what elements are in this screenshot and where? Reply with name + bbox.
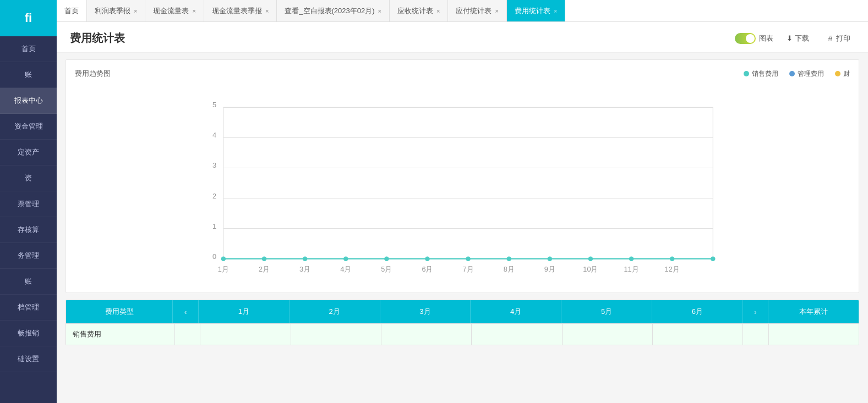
th-type: 费用类型 bbox=[66, 300, 173, 323]
tab-profit[interactable]: 利润表季报 × bbox=[87, 0, 145, 21]
close-tab-cashflow[interactable]: × bbox=[192, 8, 195, 14]
close-tab-cashflow-quarterly[interactable]: × bbox=[265, 8, 269, 14]
content-area: 费用统计表 图表 ⬇ 下载 🖨 打印 费用趋势图 bbox=[57, 22, 868, 403]
close-tab-payable-stat[interactable]: × bbox=[495, 8, 498, 14]
svg-point-14 bbox=[262, 256, 266, 261]
svg-text:6月: 6月 bbox=[422, 266, 433, 273]
expense-table: 费用类型 ‹ 1月 2月 3月 4月 5月 6月 › 本年累计 销售费用 bbox=[65, 300, 859, 345]
tab-expense[interactable]: 费用统计表 × bbox=[507, 0, 565, 21]
svg-text:9月: 9月 bbox=[544, 266, 555, 273]
td-ytd bbox=[769, 324, 859, 345]
legend-dot-sales bbox=[744, 71, 749, 76]
legend-label-admin: 管理费用 bbox=[798, 69, 824, 79]
tab-cashflow[interactable]: 现金流量表 × bbox=[145, 0, 204, 21]
svg-text:12月: 12月 bbox=[665, 266, 680, 273]
td-m3 bbox=[381, 324, 472, 345]
close-tab-expense[interactable]: × bbox=[554, 8, 557, 14]
page-header: 费用统计表 图表 ⬇ 下载 🖨 打印 bbox=[57, 22, 868, 53]
main-area: 首页 利润表季报 × 现金流量表 × 现金流量表季报 × 查看_空白报表(202… bbox=[57, 0, 868, 403]
sidebar-item-sales[interactable]: 畅报销 bbox=[0, 321, 57, 346]
tab-bar: 首页 利润表季报 × 现金流量表 × 现金流量表季报 × 查看_空白报表(202… bbox=[57, 0, 868, 22]
th-nav-next[interactable]: › bbox=[743, 300, 769, 323]
svg-text:10月: 10月 bbox=[583, 266, 598, 273]
svg-text:8月: 8月 bbox=[504, 266, 515, 273]
td-next-space bbox=[743, 324, 768, 345]
sidebar-item-payable[interactable]: 账 bbox=[0, 269, 57, 295]
sidebar-logo: fi bbox=[0, 0, 57, 36]
tab-receivable[interactable]: 应收统计表 × bbox=[390, 0, 448, 21]
th-m4: 4月 bbox=[471, 300, 561, 323]
legend-label-finance: 财 bbox=[843, 69, 850, 79]
legend-label-sales: 销售费用 bbox=[752, 69, 778, 79]
svg-text:2: 2 bbox=[212, 192, 216, 200]
svg-point-24 bbox=[670, 256, 674, 261]
svg-point-25 bbox=[711, 256, 715, 261]
legend-dot-admin bbox=[789, 71, 795, 76]
header-actions: 图表 ⬇ 下载 🖨 打印 bbox=[735, 31, 855, 46]
svg-point-20 bbox=[506, 256, 511, 261]
chart-title: 费用趋势图 bbox=[75, 69, 111, 79]
download-icon: ⬇ bbox=[787, 34, 793, 42]
sidebar-item-inventory[interactable]: 存核算 bbox=[0, 217, 57, 243]
close-tab-blank-report[interactable]: × bbox=[378, 8, 381, 14]
tab-payable-stat[interactable]: 应付统计表 × bbox=[448, 0, 506, 21]
sidebar-item-service[interactable]: 务管理 bbox=[0, 243, 57, 269]
legend-sales: 销售费用 bbox=[744, 69, 778, 79]
chart-toggle-label: 图表 bbox=[759, 34, 773, 43]
svg-point-22 bbox=[588, 256, 593, 261]
svg-text:1月: 1月 bbox=[218, 266, 229, 273]
chart-legend: 销售费用 管理费用 财 bbox=[744, 69, 850, 79]
sidebar-item-invoice[interactable]: 票管理 bbox=[0, 191, 57, 217]
sidebar-item-reports[interactable]: 报表中心 bbox=[0, 88, 57, 114]
sidebar: fi 首页 账 报表中心 资金管理 定资产 资 票管理 存核算 务管理 账 档管… bbox=[0, 0, 57, 403]
sidebar-item-settings[interactable]: 础设置 bbox=[0, 346, 57, 372]
sidebar-item-ledger[interactable]: 账 bbox=[0, 62, 57, 88]
tab-blank-report[interactable]: 查看_空白报表(2023年02月) × bbox=[277, 0, 390, 21]
svg-text:4: 4 bbox=[212, 131, 216, 139]
sidebar-item-home[interactable]: 首页 bbox=[0, 36, 57, 62]
tab-cashflow-quarterly[interactable]: 现金流量表季报 × bbox=[204, 0, 277, 21]
legend-dot-finance bbox=[835, 71, 840, 76]
svg-point-21 bbox=[548, 256, 552, 261]
svg-point-23 bbox=[629, 256, 634, 261]
svg-text:2月: 2月 bbox=[259, 266, 270, 273]
th-m3: 3月 bbox=[380, 300, 471, 323]
th-m1: 1月 bbox=[199, 300, 290, 323]
chart-container: 0 1 2 3 4 5 bbox=[75, 84, 850, 284]
sidebar-item-capital[interactable]: 资 bbox=[0, 165, 57, 191]
th-m2: 2月 bbox=[290, 300, 380, 323]
svg-text:7月: 7月 bbox=[463, 266, 474, 273]
svg-point-17 bbox=[384, 256, 389, 261]
legend-admin: 管理费用 bbox=[789, 69, 824, 79]
th-m5: 5月 bbox=[561, 300, 652, 323]
table-row: 销售费用 bbox=[66, 323, 859, 345]
chart-toggle[interactable] bbox=[735, 33, 756, 44]
th-nav-prev[interactable]: ‹ bbox=[173, 300, 199, 323]
sidebar-item-archive[interactable]: 档管理 bbox=[0, 295, 57, 321]
download-button[interactable]: ⬇ 下载 bbox=[782, 31, 814, 46]
chart-toggle-wrap: 图表 bbox=[735, 33, 773, 44]
table-header: 费用类型 ‹ 1月 2月 3月 4月 5月 6月 › 本年累计 bbox=[66, 300, 859, 323]
print-icon: 🖨 bbox=[827, 34, 834, 42]
svg-text:11月: 11月 bbox=[624, 266, 638, 273]
svg-text:5月: 5月 bbox=[381, 266, 392, 273]
svg-rect-12 bbox=[223, 107, 713, 258]
close-tab-receivable[interactable]: × bbox=[436, 8, 440, 14]
td-m1 bbox=[200, 324, 291, 345]
svg-point-16 bbox=[343, 256, 348, 261]
td-m2 bbox=[291, 324, 381, 345]
sidebar-item-fund[interactable]: 资金管理 bbox=[0, 114, 57, 140]
line-chart-svg: 0 1 2 3 4 5 bbox=[75, 84, 850, 282]
tab-home[interactable]: 首页 bbox=[57, 0, 87, 21]
th-m6: 6月 bbox=[652, 300, 743, 323]
print-button[interactable]: 🖨 打印 bbox=[822, 31, 855, 46]
chart-header: 费用趋势图 销售费用 管理费用 财 bbox=[75, 69, 850, 79]
svg-point-18 bbox=[425, 256, 429, 261]
close-tab-profit[interactable]: × bbox=[134, 8, 137, 14]
td-type: 销售费用 bbox=[66, 324, 175, 345]
svg-point-15 bbox=[303, 256, 307, 261]
svg-text:3: 3 bbox=[212, 162, 216, 169]
sidebar-item-assets[interactable]: 定资产 bbox=[0, 140, 57, 165]
svg-text:5: 5 bbox=[212, 101, 216, 109]
svg-text:3月: 3月 bbox=[299, 266, 310, 273]
